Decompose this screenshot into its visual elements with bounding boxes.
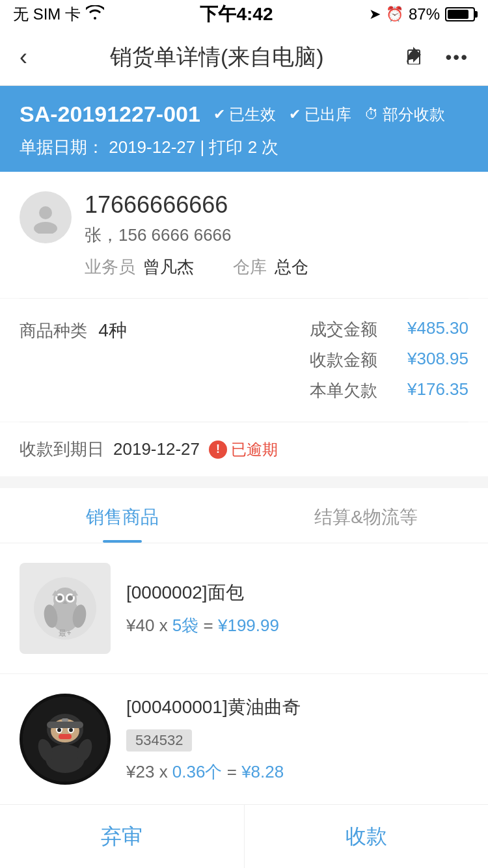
summary-right: 成交金额 ¥485.30 收款金额 ¥308.95 本单欠款 ¥176.35 [310,318,468,402]
product-name-1: [0000002]面包 [126,580,468,605]
svg-rect-25 [62,718,68,722]
status-shipped: ✔ 已出库 [289,104,351,125]
more-icon[interactable]: ••• [446,47,468,68]
debt-label: 本单欠款 [310,379,377,402]
product-list: 最+ [0000002]面包 ¥40 x 5袋 = ¥199.99 [0,543,488,805]
svg-text:最+: 最+ [59,629,71,638]
customer-phone: 17666666666 [85,191,468,219]
sales-info: 业务员 曾凡杰 [85,256,194,278]
svg-point-22 [69,728,73,732]
product-price-2: ¥23 x 0.36个 = ¥8.28 [126,761,468,783]
collect-button[interactable]: 收款 [245,805,489,868]
status-effected: ✔ 已生效 [213,104,276,125]
tab-settlement-label: 结算&物流等 [314,507,418,527]
category-label: 商品种类 [20,321,87,340]
list-item: 最+ [0000002]面包 ¥40 x 5袋 = ¥199.99 [0,543,488,674]
carrier-label: 无 SIM 卡 [13,4,81,25]
customer-section: 17666666666 张，156 6666 6666 业务员 曾凡杰 仓库 总… [0,172,488,298]
product-image-2 [20,694,111,785]
product-qty-2: 0.36个 [172,762,227,781]
customer-name-phone: 张，156 6666 6666 [85,224,468,247]
order-id: SA-20191227-001 [20,102,200,127]
product-total-2: ¥8.28 [241,762,284,781]
summary-section: 商品种类 4种 成交金额 ¥485.30 收款金额 ¥308.95 本单欠款 ¥… [0,299,488,422]
warehouse-info: 仓库 总仓 [233,256,308,278]
svg-point-1 [39,206,52,219]
time-label: 下午4:42 [200,2,273,27]
order-banner: SA-20191227-001 ✔ 已生效 ✔ 已出库 ⏱ 部分收款 单据日期：… [0,86,488,172]
svg-rect-23 [59,734,72,739]
list-item: [000400001]黄油曲奇 534532 ¥23 x 0.36个 = ¥8.… [0,674,488,805]
deal-amount-row: 成交金额 ¥485.30 [310,318,468,341]
debt-amount: ¥176.35 [390,379,468,402]
product-info-2: [000400001]黄油曲奇 534532 ¥23 x 0.36个 = ¥8.… [126,695,468,783]
summary-left: 商品种类 4种 [20,318,127,343]
collect-label: 收款 [346,822,387,851]
product-image-inner-1: 最+ [20,563,111,654]
received-label: 收款金额 [310,349,377,372]
tabs: 销售商品 结算&物流等 [0,488,488,543]
bottom-bar: 弃审 收款 [0,804,488,868]
battery-percent: 87% [409,5,440,23]
product-price-1: ¥40 x 5袋 = ¥199.99 [126,614,468,637]
cancel-button[interactable]: 弃审 [0,805,245,868]
debt-amount-row: 本单欠款 ¥176.35 [310,379,468,402]
sales-label: 业务员 [85,256,135,278]
product-name-2: [000400001]黄油曲奇 [126,695,468,720]
banner-date: 单据日期： 2019-12-27 | 打印 2 次 [20,136,468,159]
warehouse-name: 总仓 [275,256,308,278]
nav-bar: ‹ 销货单详情(来自电脑) ••• [0,29,488,86]
due-label: 收款到期日 [20,438,104,461]
customer-info: 17666666666 张，156 6666 6666 业务员 曾凡杰 仓库 总… [85,191,468,278]
status-left: 无 SIM 卡 [13,4,104,25]
svg-point-2 [34,222,57,234]
clock-icon: ⏱ [364,106,379,123]
back-button[interactable]: ‹ [20,44,27,71]
deal-label: 成交金额 [310,318,377,341]
product-image-circle-2 [23,697,107,781]
due-date-value: 2019-12-27 [113,439,200,459]
cancel-label: 弃审 [101,822,142,851]
svg-rect-24 [47,722,83,728]
tab-settlement[interactable]: 结算&物流等 [244,488,488,543]
overdue-badge: ! 已逾期 [209,439,278,460]
alarm-icon: ⏰ [386,6,403,23]
product-image-1: 最+ [20,563,111,654]
status-bar: 无 SIM 卡 下午4:42 ➤ ⏰ 87% [0,0,488,29]
check-icon-2: ✔ [289,106,301,123]
overdue-text: 已逾期 [231,439,278,460]
wifi-icon [86,5,104,23]
warehouse-label: 仓库 [233,256,267,278]
status-right: ➤ ⏰ 87% [369,5,475,23]
received-amount: ¥308.95 [390,349,468,372]
sales-name: 曾凡杰 [143,256,194,278]
location-icon: ➤ [369,6,381,23]
category-count: 4种 [98,320,127,340]
banner-top: SA-20191227-001 ✔ 已生效 ✔ 已出库 ⏱ 部分收款 [20,102,468,127]
share-icon[interactable] [407,45,426,70]
product-info-1: [0000002]面包 ¥40 x 5袋 = ¥199.99 [126,580,468,637]
product-sku-2: 534532 [126,729,192,752]
svg-point-21 [57,728,61,732]
tab-sales-products[interactable]: 销售商品 [0,488,244,543]
product-total-1: ¥199.99 [218,616,279,635]
tab-sales-label: 销售商品 [86,507,159,527]
status-partial: ⏱ 部分收款 [364,104,445,125]
nav-actions: ••• [407,45,468,70]
deal-amount: ¥485.30 [390,318,468,341]
customer-avatar [20,191,72,243]
section-divider [0,476,488,487]
customer-meta: 业务员 曾凡杰 仓库 总仓 [85,256,468,278]
product-qty-1: 5袋 [172,616,204,635]
overdue-icon: ! [209,441,227,459]
received-amount-row: 收款金额 ¥308.95 [310,349,468,372]
page-title: 销货单详情(来自电脑) [110,42,324,72]
check-icon-1: ✔ [213,106,225,123]
due-section: 收款到期日 2019-12-27 ! 已逾期 [0,422,488,476]
battery-icon [445,7,475,21]
